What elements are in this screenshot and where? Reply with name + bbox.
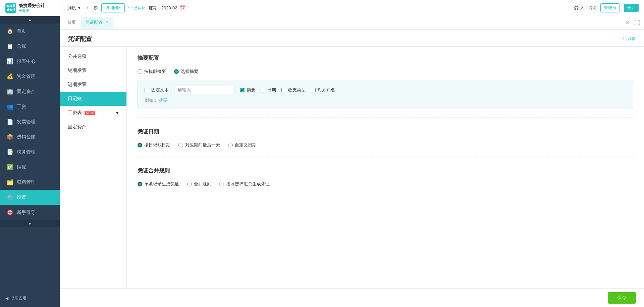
sidebar-item-payroll[interactable]: 👥 工资: [0, 99, 60, 114]
main-layout: ▲ 🏠 首页 📋 总账 📊 报表中心 💰 资金管理 🏢 固定资产 👥 工资 📄 …: [0, 16, 644, 307]
project-name: 测试: [67, 5, 76, 11]
sidebar-item-newbie-guide[interactable]: 🎯 新手引导: [0, 205, 60, 220]
fixed-text-input[interactable]: [174, 86, 234, 94]
inner-layout: 公共选项 销项发票 进项发票 日记账 工资表: [60, 47, 644, 288]
summary-checkbox-label[interactable]: 摘要: [240, 87, 255, 93]
sidebar-item-label: 报表中心: [17, 58, 36, 64]
switch-old-btn[interactable]: 切到旧版: [101, 3, 125, 12]
merge-rules-radio-group: 单条记录生成凭证 合并规则 按照选择汇总生成凭证: [138, 181, 633, 187]
settlement-icon: ✅: [7, 164, 13, 170]
summary-config-title: 摘要配置: [138, 55, 633, 62]
add-icon[interactable]: ＋: [85, 4, 90, 11]
tab-bar-right: ✕ ⛶: [624, 18, 641, 27]
unpin-btn[interactable]: ◀ 取消固定: [0, 292, 60, 304]
close-window-btn[interactable]: ✕: [624, 18, 631, 27]
payroll-table-row: 工资表 NEW ▾: [68, 110, 118, 116]
consult-btn[interactable]: 🎧 人工咨询: [574, 5, 596, 11]
summary-select-radio[interactable]: [174, 69, 179, 74]
sidebar-item-sales-purchase[interactable]: 📦 进销台账: [0, 129, 60, 144]
right-content: 摘要配置 按模版摘要 选择摘要: [127, 47, 644, 288]
page-title: 凭证配置: [68, 35, 92, 43]
journal-date-radio[interactable]: [138, 143, 142, 147]
left-nav-purchase-invoice[interactable]: 进项发票: [60, 78, 126, 92]
left-nav-journal[interactable]: 日记账: [60, 92, 126, 106]
sidebar-bottom: ◀ 取消固定: [0, 289, 60, 307]
journal-date-radio-label[interactable]: 按日记账日期: [138, 142, 170, 148]
left-nav-public[interactable]: 公共选项: [60, 49, 126, 63]
sidebar-scroll-down[interactable]: ▼: [0, 220, 60, 227]
voucher-date-radio-group: 按日记账日期 对应期间最后一天 自定义日期: [138, 142, 633, 148]
home-icon: 🏠: [7, 28, 13, 34]
admin-btn[interactable]: 管理员: [600, 3, 620, 12]
left-nav-payroll-table[interactable]: 工资表 NEW ▾: [60, 106, 126, 120]
example-value: 摘要: [159, 98, 168, 103]
voucher-date-title: 凭证日期: [138, 128, 633, 135]
sidebar-scroll-up[interactable]: ▲: [0, 16, 60, 24]
sidebar-item-label: 发票管理: [17, 119, 36, 125]
sidebar-item-fixed-assets[interactable]: 🏢 固定资产: [0, 84, 60, 99]
new-badge: NEW: [85, 111, 95, 115]
sales-purchase-icon: 📦: [7, 134, 13, 140]
fixed-text-checkbox[interactable]: [145, 88, 149, 92]
date-checkbox[interactable]: [261, 88, 265, 92]
save-btn[interactable]: 保存: [608, 292, 636, 304]
maximize-btn[interactable]: ⛶: [633, 18, 641, 27]
merge-radio[interactable]: [187, 182, 192, 186]
left-nav-sales-invoice[interactable]: 销项发票: [60, 63, 126, 78]
sidebar-item-label: 结账: [17, 164, 26, 170]
topbar: 畅捷通好会计 畅捷通好会计 专业版 测试 ▾ ＋ ⚙ 切到旧版 🛡 已认证 账期…: [0, 0, 644, 16]
single-radio[interactable]: [138, 182, 142, 186]
payment-type-checkbox-label[interactable]: 收支类型: [281, 87, 306, 93]
voucher-date-section: 凭证日期 按日记账日期 对应期间最后一天: [138, 128, 633, 157]
counterparty-checkbox-label[interactable]: 对方户名: [311, 87, 335, 93]
sidebar-item-reports[interactable]: 📊 报表中心: [0, 54, 60, 69]
sidebar-item-settings[interactable]: ⚙️ 设置: [0, 190, 60, 205]
custom-date-radio-label[interactable]: 自定义日期: [228, 142, 257, 148]
settings-icon[interactable]: ⚙: [93, 5, 98, 11]
select-summary-radio[interactable]: [219, 182, 224, 186]
select-summary-radio-label[interactable]: 按照选择汇总生成凭证: [219, 181, 270, 187]
fixed-text-checkbox-label[interactable]: 固定文本: [145, 87, 169, 93]
refresh-btn[interactable]: ↻ 刷新: [622, 36, 636, 42]
sidebar-item-funds[interactable]: 💰 资金管理: [0, 69, 60, 84]
sidebar-item-label: 进销台账: [17, 134, 36, 140]
sidebar-item-label: 首页: [17, 28, 26, 34]
ledger-icon: 📋: [7, 43, 13, 49]
tab-home-label: 首页: [67, 19, 76, 26]
tab-voucher-config[interactable]: 凭证配置 ×: [80, 17, 113, 29]
fixed-assets-icon: 🏢: [7, 88, 13, 95]
last-day-radio[interactable]: [178, 143, 183, 147]
custom-date-radio[interactable]: [228, 143, 233, 147]
company-sub: 专业版: [19, 9, 45, 13]
single-radio-label[interactable]: 单条记录生成凭证: [138, 181, 179, 187]
sidebar-item-ledger[interactable]: 📋 总账: [0, 39, 60, 54]
last-day-radio-label[interactable]: 对应期间最后一天: [178, 142, 220, 148]
project-selector[interactable]: 测试 ▾: [67, 5, 80, 11]
verified-badge: 🛡 已认证: [128, 5, 146, 11]
date-checkbox-label[interactable]: 日期: [261, 87, 276, 93]
tab-home[interactable]: 首页: [62, 17, 80, 29]
summary-template-radio-label[interactable]: 按模版摘要: [138, 69, 166, 75]
sidebar-item-archive-mgmt[interactable]: 🗂️ 归档管理: [0, 175, 60, 190]
sidebar-item-home[interactable]: 🏠 首页: [0, 24, 60, 39]
tab-close-icon[interactable]: ×: [106, 20, 108, 24]
topbar-right: 🎧 人工咨询 管理员 会计: [574, 3, 639, 12]
summary-radio-group: 按模版摘要 选择摘要: [138, 69, 633, 75]
example-label: 例如：: [145, 98, 158, 103]
summary-select-radio-label[interactable]: 选择摘要: [174, 69, 198, 75]
tab-bar: 首页 凭证配置 × ✕ ⛶: [60, 16, 644, 30]
sidebar-item-tax-mgmt[interactable]: 📑 税务管理: [0, 144, 60, 160]
pin-icon: ◀: [5, 296, 8, 301]
summary-checkbox[interactable]: [240, 88, 245, 92]
summary-template-radio[interactable]: [138, 69, 142, 74]
payment-type-checkbox[interactable]: [281, 88, 286, 92]
sidebar-item-invoice-mgmt[interactable]: 📄 发票管理: [0, 114, 60, 129]
counterparty-checkbox[interactable]: [311, 88, 316, 92]
invoice-icon: 📄: [7, 119, 13, 125]
merge-radio-label[interactable]: 合并规则: [187, 181, 211, 187]
topbar-actions: ＋ ⚙ 切到旧版 🛡 已认证 账期 2023-02 📅: [85, 3, 185, 12]
sidebar-item-settlement[interactable]: ✅ 结账: [0, 160, 60, 175]
sidebar-item-label: 设置: [17, 194, 26, 201]
content-area: 首页 凭证配置 × ✕ ⛶ 凭证配置 ↻ 刷新: [60, 16, 644, 307]
left-nav-fixed-assets[interactable]: 固定资产: [60, 120, 126, 134]
